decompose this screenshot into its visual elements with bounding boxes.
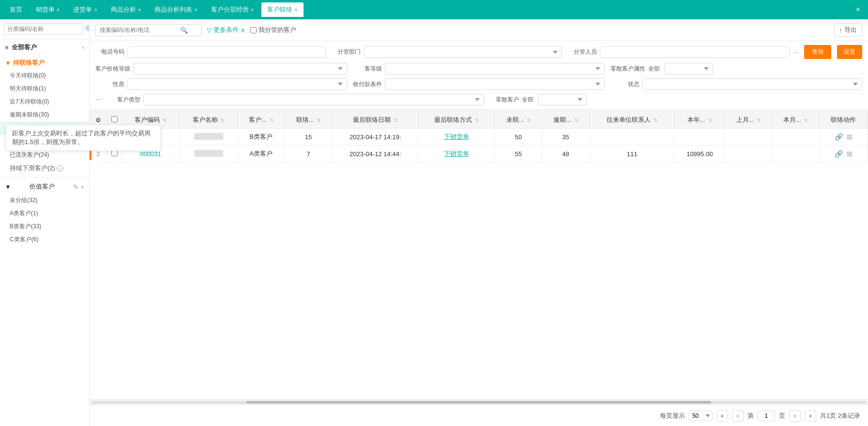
retail-customer-label: 零散客户	[490, 96, 519, 104]
nav-tab-analysis-close[interactable]: ×	[138, 7, 141, 13]
nav-tab-analysis[interactable]: 商品分析 ×	[105, 2, 147, 17]
filter-payment-field: 收付款条件	[353, 78, 605, 90]
more-conditions-button[interactable]: ▽ 更多条件 ∧	[207, 26, 245, 34]
gender-select[interactable]	[127, 78, 347, 90]
search-icon[interactable]: 🔍	[180, 27, 188, 34]
declining-info-icon[interactable]: i	[57, 165, 63, 172]
manager-input[interactable]	[600, 46, 790, 58]
sort-icon-name: ⇅	[220, 118, 224, 123]
row-actions-wrap-1: 🔗 ⊞	[823, 133, 864, 141]
table-area: ⚙ 客户编码 ⇅ 客户名称 ⇅	[90, 112, 868, 399]
query-button[interactable]: 查询	[804, 45, 831, 59]
nav-tab-home[interactable]: 首页	[4, 2, 28, 17]
settings-icon[interactable]: ⚙	[95, 117, 101, 124]
row-last-method-1[interactable]: 下销货单	[419, 129, 495, 146]
row-type-2: A类客户	[237, 146, 285, 162]
customer-level-select[interactable]	[385, 63, 605, 74]
nav-tab-analysis-list[interactable]: 商品分析列表 ×	[149, 2, 203, 17]
col-last-month[interactable]: 上月... ⇅	[725, 112, 772, 129]
nav-tab-purchase[interactable]: 进货单 ×	[67, 2, 103, 17]
sidebar-search-input[interactable]	[4, 23, 83, 35]
nav-tab-sales[interactable]: 销货单 ×	[30, 2, 65, 17]
last-page-button[interactable]: »	[805, 410, 816, 422]
filter-panel: 电话号码 分管部门 分管人员 ··· 查询 设置 客户价格等级	[90, 41, 868, 110]
nav-tab-purchase-close[interactable]: ×	[94, 7, 97, 13]
more-dots[interactable]: ···	[95, 95, 106, 104]
select-all-checkbox[interactable]	[111, 116, 118, 122]
sidebar-item-b-class[interactable]: B类客户(33)	[0, 220, 89, 233]
per-page-label: 每页显示	[660, 411, 685, 420]
window-close-button[interactable]: ×	[852, 3, 864, 16]
link-action-icon-2[interactable]: 🔗	[835, 150, 843, 158]
grid-action-icon-2[interactable]: ⊞	[847, 150, 853, 158]
col-this-month[interactable]: 本月... ⇅	[772, 112, 820, 129]
row-contact-person-1	[589, 129, 674, 146]
row-last-method-2[interactable]: 下销货单	[419, 146, 495, 162]
sidebar-item-a-class[interactable]: A类客户(1)	[0, 207, 89, 220]
sort-icon-method: ⇅	[475, 118, 479, 123]
nav-tab-analysis-list-close[interactable]: ×	[194, 7, 197, 13]
col-contact-count[interactable]: 联络... ⇅	[285, 112, 332, 129]
grid-action-icon-1[interactable]: ⊞	[847, 133, 853, 141]
sidebar-item-overdue[interactable]: 逾期未联络(30)	[0, 108, 89, 121]
page-size-select[interactable]: 50 10 20 100	[689, 411, 713, 421]
filter-customer-level-field: 客等级	[353, 63, 605, 74]
retail-customer-select[interactable]	[538, 94, 587, 105]
row-this-year-1	[675, 129, 725, 146]
nav-tab-customer-contact[interactable]: 客户联络 ×	[261, 2, 303, 17]
add-icon[interactable]: +	[80, 183, 84, 191]
dept-select[interactable]	[364, 46, 562, 58]
customer-type-label: 客户类型	[111, 96, 140, 104]
search-input[interactable]	[100, 27, 177, 33]
sort-icon-this-month: ⇅	[804, 118, 808, 123]
col-un-contact[interactable]: 未联... ⇅	[495, 112, 542, 129]
current-page-input[interactable]	[758, 411, 775, 421]
blurred-name-2	[194, 150, 223, 157]
phone-input[interactable]	[127, 46, 326, 58]
row-type-1: B类客户	[237, 129, 285, 146]
col-last-contact-date[interactable]: 最后联络日期 ⇅	[332, 112, 419, 129]
payment-select[interactable]	[385, 78, 605, 90]
customer-type-select[interactable]	[143, 94, 484, 105]
sidebar-item-declining[interactable]: 持续下滑客户(2) i	[0, 162, 89, 175]
my-customers-checkbox[interactable]: 我分管的客户	[250, 26, 296, 34]
first-page-button[interactable]: «	[716, 410, 728, 422]
col-overdue[interactable]: 逾期... ⇅	[542, 112, 590, 129]
sidebar-item-today[interactable]: 今天待联络(0)	[0, 69, 89, 82]
col-last-contact-method[interactable]: 最后联络方式 ⇅	[419, 112, 495, 129]
col-name[interactable]: 客户名称 ⇅	[180, 112, 238, 129]
sidebar-item-tomorrow[interactable]: 明天待联络(1)	[0, 82, 89, 95]
col-contact-person[interactable]: 往来单位联系人 ⇅	[589, 112, 674, 129]
sidebar-search-icon[interactable]: 🔍	[85, 26, 90, 33]
nav-tab-customer-mgmt[interactable]: 客户分层经营 ×	[205, 2, 259, 17]
manager-dots[interactable]: ···	[792, 48, 798, 56]
page-word: 页	[779, 411, 785, 420]
content-area: 🔍 ▽ 更多条件 ∧ 我分管的客户 ↑ 导出 电话号码	[90, 19, 868, 426]
price-level-select[interactable]	[133, 63, 347, 74]
link-action-icon-1[interactable]: 🔗	[835, 133, 843, 141]
sort-icon: ⇅	[163, 118, 167, 123]
scrollbar-thumb[interactable]	[246, 401, 711, 404]
nav-tab-sales-close[interactable]: ×	[57, 7, 60, 13]
chevron-up-icon: ∧	[241, 27, 245, 34]
horizontal-scrollbar[interactable]	[90, 399, 868, 405]
status-select[interactable]	[642, 78, 862, 90]
sidebar-item-unclassified[interactable]: 未分组(32)	[0, 194, 89, 207]
col-this-year[interactable]: 本年... ⇅	[675, 112, 725, 129]
settings-button[interactable]: 设置	[837, 45, 862, 59]
retail-attr-select[interactable]	[665, 63, 713, 74]
main-layout: 🔍 ≡ 全部客户 ‹ ▼ 待联络客户 今天待联络(0) 明天待联络(1) 近7天…	[0, 19, 868, 426]
prev-page-button[interactable]: ‹	[732, 410, 744, 422]
edit-icon[interactable]: ✎	[73, 183, 78, 191]
all-customers-header[interactable]: ≡ 全部客户 ‹	[0, 39, 89, 56]
sidebar-item-c-class[interactable]: C类客户(6)	[0, 233, 89, 246]
sidebar-item-7days[interactable]: 近7天待联络(0)	[0, 95, 89, 108]
nav-tab-customer-contact-close[interactable]: ×	[294, 7, 297, 13]
export-button[interactable]: ↑ 导出	[834, 23, 863, 37]
phone-label: 电话号码	[95, 48, 124, 56]
nav-tab-customer-mgmt-close[interactable]: ×	[251, 7, 254, 13]
col-customer-type[interactable]: 客户... ⇅	[237, 112, 285, 129]
filter-gender-field: 性质	[95, 78, 347, 90]
next-page-button[interactable]: ›	[789, 410, 801, 422]
my-customers-check[interactable]	[250, 27, 257, 33]
